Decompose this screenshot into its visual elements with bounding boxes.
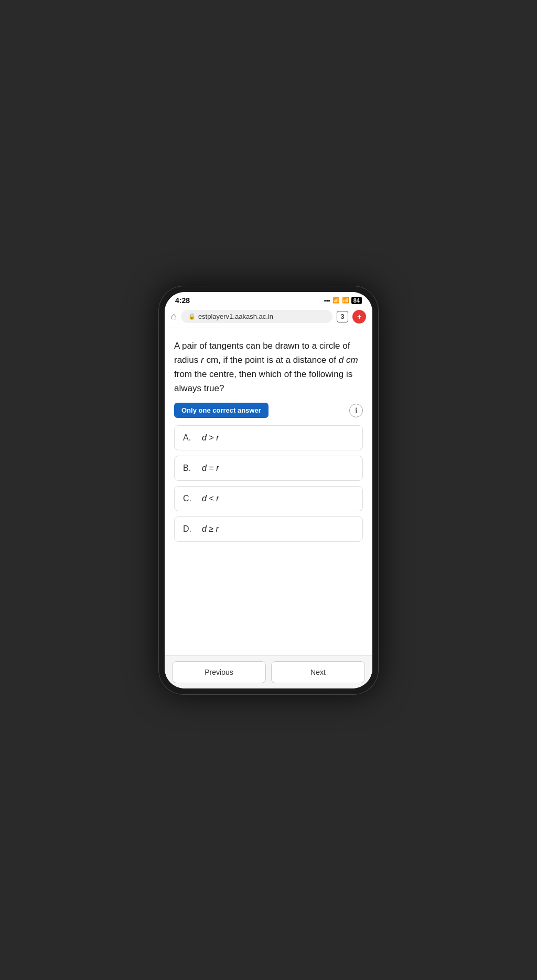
badge-row: Only one correct answer ℹ: [174, 403, 363, 418]
next-button[interactable]: Next: [271, 661, 365, 683]
wifi-icon: 📶: [332, 297, 340, 304]
plus-icon: +: [357, 313, 361, 321]
option-a-label: A.: [183, 433, 196, 443]
phone-frame: 4:28 ▪▪▪ 📶 📶 84 ⌂ 🔒 estplayerv1.aakash.a…: [158, 286, 379, 695]
tab-count-badge[interactable]: 3: [337, 311, 348, 322]
url-bar[interactable]: 🔒 estplayerv1.aakash.ac.in: [181, 310, 332, 323]
option-c-label: C.: [183, 494, 196, 503]
add-tab-button[interactable]: +: [352, 310, 366, 324]
option-a-value: d > r: [202, 433, 219, 443]
browser-bar: ⌂ 🔒 estplayerv1.aakash.ac.in 3 +: [165, 307, 372, 328]
option-d[interactable]: D. d ≥ r: [174, 516, 363, 542]
bottom-navigation: Previous Next: [165, 655, 372, 688]
content-area: A pair of tangents can be drawn to a cir…: [165, 328, 372, 655]
option-b-value: d = r: [202, 464, 219, 473]
option-a[interactable]: A. d > r: [174, 425, 363, 450]
url-text: estplayerv1.aakash.ac.in: [198, 313, 273, 320]
phone-screen: 4:28 ▪▪▪ 📶 📶 84 ⌂ 🔒 estplayerv1.aakash.a…: [165, 292, 372, 688]
info-icon[interactable]: ℹ: [349, 404, 363, 417]
home-icon[interactable]: ⌂: [171, 311, 177, 322]
signal-icon: ▪▪▪: [324, 297, 330, 304]
status-icons: ▪▪▪ 📶 📶 84: [324, 297, 362, 304]
option-c-value: d < r: [202, 494, 219, 503]
signal-strength-icon: 📶: [342, 297, 349, 304]
info-symbol: ℹ: [355, 406, 358, 415]
option-d-value: d ≥ r: [202, 524, 219, 534]
option-c[interactable]: C. d < r: [174, 486, 363, 511]
options-list: A. d > r B. d = r C. d < r D. d ≥ r: [174, 425, 363, 542]
status-time: 4:28: [175, 296, 190, 305]
option-b[interactable]: B. d = r: [174, 456, 363, 481]
previous-button[interactable]: Previous: [172, 661, 266, 683]
answer-type-badge[interactable]: Only one correct answer: [174, 403, 268, 418]
question-text: A pair of tangents can be drawn to a cir…: [174, 339, 363, 396]
option-b-label: B.: [183, 464, 196, 473]
option-d-label: D.: [183, 524, 196, 534]
lock-icon: 🔒: [188, 313, 196, 320]
status-bar: 4:28 ▪▪▪ 📶 📶 84: [165, 292, 372, 307]
battery-indicator: 84: [351, 297, 362, 304]
